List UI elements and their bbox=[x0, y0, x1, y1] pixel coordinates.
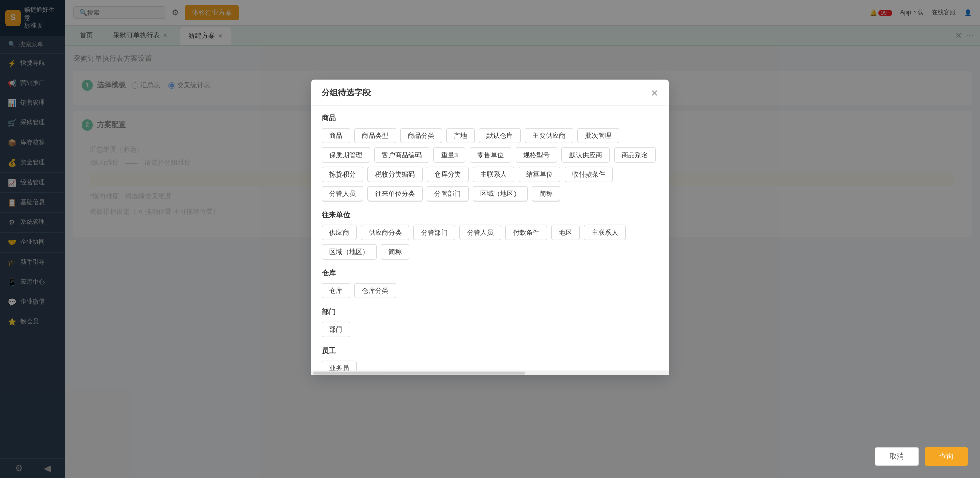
modal-title: 分组待选字段 bbox=[322, 88, 371, 98]
field-section-goods: 商品商品商品类型商品分类产地默认仓库主要供应商批次管理保质期管理客户商品编码重量… bbox=[322, 113, 658, 201]
hscroll-thumb bbox=[313, 372, 525, 375]
field-tag-customer-code[interactable]: 客户商品编码 bbox=[374, 147, 429, 162]
field-select-modal: 分组待选字段 ✕ 商品商品商品类型商品分类产地默认仓库主要供应商批次管理保质期管… bbox=[311, 79, 669, 375]
modal-body: 商品商品商品类型商品分类产地默认仓库主要供应商批次管理保质期管理客户商品编码重量… bbox=[311, 105, 669, 371]
field-section-staff: 员工业务员 bbox=[322, 346, 658, 371]
field-tag-manage-dept[interactable]: 分管部门 bbox=[427, 186, 469, 201]
field-tag-payment2[interactable]: 付款条件 bbox=[505, 224, 547, 240]
field-tag-region2[interactable]: 地区 bbox=[551, 224, 580, 240]
field-tag-weight3[interactable]: 重量3 bbox=[433, 147, 465, 162]
field-tag-origin[interactable]: 产地 bbox=[446, 128, 475, 143]
field-section-warehouse: 仓库仓库仓库分类 bbox=[322, 268, 658, 298]
section-title-dept: 部门 bbox=[322, 307, 658, 316]
section-title-warehouse: 仓库 bbox=[322, 268, 658, 278]
field-tag-salesperson[interactable]: 业务员 bbox=[322, 360, 357, 371]
field-tag-commodity[interactable]: 商品 bbox=[322, 128, 350, 143]
field-tag-commodity-type[interactable]: 商品类型 bbox=[354, 128, 396, 143]
field-tag-manager[interactable]: 分管人员 bbox=[322, 186, 363, 201]
field-tag-redeem-points[interactable]: 拣货积分 bbox=[322, 166, 363, 182]
field-tag-batch-manage[interactable]: 批次管理 bbox=[577, 128, 619, 143]
field-tag-primary-contact[interactable]: 主联系人 bbox=[473, 166, 514, 182]
modal-header: 分组待选字段 ✕ bbox=[311, 79, 669, 105]
field-tag-main-supplier[interactable]: 主要供应商 bbox=[525, 128, 573, 143]
section-title-staff: 员工 bbox=[322, 346, 658, 355]
field-tag-payment-terms[interactable]: 收付款条件 bbox=[565, 166, 613, 182]
field-tag-shelf-life[interactable]: 保质期管理 bbox=[322, 147, 370, 162]
section-title-goods: 商品 bbox=[322, 113, 658, 122]
section-title-counterpart: 往来单位 bbox=[322, 210, 658, 219]
section-tags-warehouse: 仓库仓库分类 bbox=[322, 283, 658, 298]
field-tag-supplier-cat[interactable]: 供应商分类 bbox=[361, 224, 409, 240]
field-tag-commodity-alias[interactable]: 商品别名 bbox=[614, 147, 656, 162]
field-tag-abbreviation[interactable]: 简称 bbox=[532, 186, 560, 201]
field-tag-default-supplier[interactable]: 默认供应商 bbox=[561, 147, 610, 162]
field-tag-dept-field[interactable]: 部门 bbox=[322, 321, 350, 337]
field-tag-warehouse-cat[interactable]: 仓库分类 bbox=[427, 166, 469, 182]
section-tags-counterpart: 供应商供应商分类分管部门分管人员付款条件地区主联系人区域（地区）简称 bbox=[322, 224, 658, 259]
field-tag-commodity-cat[interactable]: 商品分类 bbox=[400, 128, 442, 143]
field-tag-supplier[interactable]: 供应商 bbox=[322, 224, 357, 240]
field-tag-default-warehouse[interactable]: 默认仓库 bbox=[479, 128, 521, 143]
field-tag-warehouse-cat2[interactable]: 仓库分类 bbox=[354, 283, 396, 298]
cancel-button[interactable]: 取消 bbox=[875, 447, 919, 466]
field-tag-region-geo[interactable]: 区域（地区） bbox=[473, 186, 528, 201]
field-tag-from-unit-cat[interactable]: 往来单位分类 bbox=[368, 186, 423, 201]
confirm-button[interactable]: 查询 bbox=[925, 447, 968, 466]
modal-close-button[interactable]: ✕ bbox=[651, 87, 658, 98]
field-tag-retail-unit[interactable]: 零售单位 bbox=[470, 147, 511, 162]
section-tags-staff: 业务员 bbox=[322, 360, 658, 371]
field-tag-person2[interactable]: 分管人员 bbox=[459, 224, 501, 240]
field-tag-warehouse[interactable]: 仓库 bbox=[322, 283, 350, 298]
field-section-dept: 部门部门 bbox=[322, 307, 658, 337]
field-tag-spec-model[interactable]: 规格型号 bbox=[516, 147, 557, 162]
field-tag-abbr2[interactable]: 简称 bbox=[381, 244, 409, 259]
field-section-counterpart: 往来单位供应商供应商分类分管部门分管人员付款条件地区主联系人区域（地区）简称 bbox=[322, 210, 658, 259]
field-tag-dept2[interactable]: 分管部门 bbox=[413, 224, 455, 240]
section-tags-dept: 部门 bbox=[322, 321, 658, 337]
field-tag-tax-code[interactable]: 税收分类编码 bbox=[368, 166, 423, 182]
field-tag-settlement-unit[interactable]: 结算单位 bbox=[519, 166, 560, 182]
field-tag-region-geo2[interactable]: 区域（地区） bbox=[322, 244, 377, 259]
section-tags-goods: 商品商品类型商品分类产地默认仓库主要供应商批次管理保质期管理客户商品编码重量3零… bbox=[322, 128, 658, 201]
field-tag-contact2[interactable]: 主联系人 bbox=[584, 224, 626, 240]
modal-horizontal-scrollbar[interactable] bbox=[311, 371, 669, 375]
bottom-actions: 取消 查询 bbox=[875, 447, 968, 466]
